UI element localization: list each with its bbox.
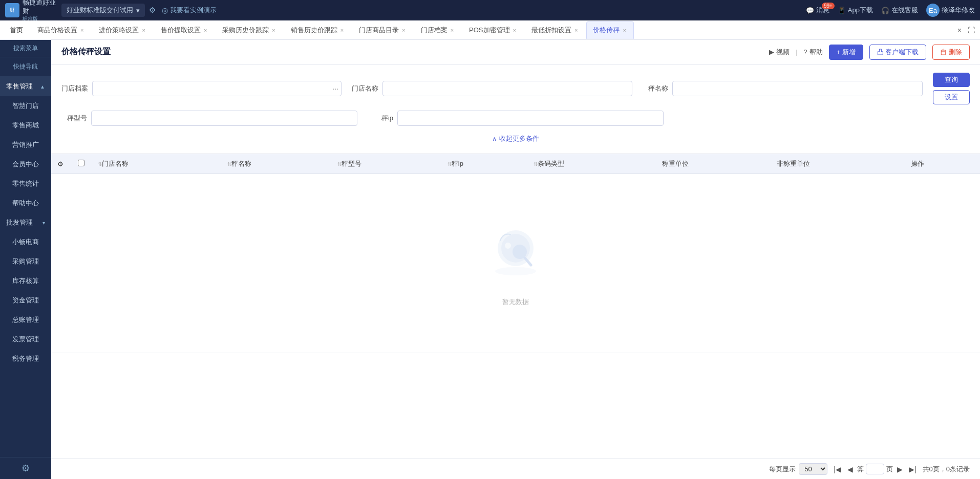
page-nav: |◀ ◀ 算 1 页 ▶ ▶| xyxy=(832,464,918,474)
sort-scale-name-icon[interactable]: ⇅ xyxy=(227,161,231,167)
store-name-label: 门店名称 xyxy=(352,84,378,93)
sort-barcode-icon[interactable]: ⇅ xyxy=(534,161,538,167)
page-unit: 页 xyxy=(886,465,893,474)
scale-name-label: 秤名称 xyxy=(643,84,668,93)
tab-close-store-file[interactable]: × xyxy=(450,27,455,34)
per-page-select[interactable]: 10 20 50 100 xyxy=(799,463,827,475)
tab-purchase-strategy[interactable]: 进价策略设置 × xyxy=(92,21,153,39)
query-btn[interactable]: 查询 xyxy=(933,73,970,87)
chevron-down-icon: ▾ xyxy=(136,7,140,14)
scale-name-input[interactable] xyxy=(672,81,923,96)
more-icon[interactable]: ··· xyxy=(333,84,339,93)
video-link[interactable]: ▶ 视频 xyxy=(769,48,790,57)
online-service-btn[interactable]: 🎧 在线客服 xyxy=(881,6,918,15)
sidebar-item-wholesale[interactable]: 批发管理 ▾ xyxy=(0,213,51,232)
expand-window-btn[interactable]: ⛶ xyxy=(966,26,977,34)
tab-close-sales-history[interactable]: × xyxy=(339,27,345,34)
th-scale-name: ⇅秤名称 xyxy=(220,154,330,174)
sidebar-item-retail-stats[interactable]: 零售统计 xyxy=(0,174,51,193)
store-name-input[interactable] xyxy=(382,81,632,96)
store-file-input[interactable] xyxy=(92,81,342,96)
tab-store-file[interactable]: 门店档案 × xyxy=(414,21,461,39)
tab-sale-price[interactable]: 售价提取设置 × xyxy=(154,21,215,39)
tab-close-price-scale[interactable]: × xyxy=(622,27,627,34)
tab-product-price[interactable]: 商品价格设置 × xyxy=(31,21,91,39)
tab-sales-history[interactable]: 销售历史价跟踪 × xyxy=(284,21,351,39)
settings-filter-btn[interactable]: 设置 xyxy=(933,90,970,104)
sidebar-item-help[interactable]: 帮助中心 xyxy=(0,193,51,213)
tab-close-sale-price[interactable]: × xyxy=(203,27,208,34)
scale-model-label: 秤型号 xyxy=(61,114,87,123)
th-non-weight-unit: 非称重单位 xyxy=(771,154,905,174)
tab-pos-manage[interactable]: POS加密管理 × xyxy=(462,21,524,39)
tab-close-min-discount[interactable]: × xyxy=(573,27,579,34)
user-menu[interactable]: Ea 徐泽华修改 xyxy=(926,4,975,17)
version-select[interactable]: 好业财标准版交付试用 ▾ xyxy=(61,4,145,17)
delete-btn[interactable]: 自 删除 xyxy=(932,45,970,60)
scale-model-input[interactable] xyxy=(91,111,357,126)
collapse-btn[interactable]: ∧ 收起更多条件 xyxy=(61,132,970,145)
tab-min-discount[interactable]: 最低折扣设置 × xyxy=(525,21,585,39)
sidebar-search[interactable]: 搜索菜单 xyxy=(0,40,51,57)
sidebar-item-purchase[interactable]: 采购管理 xyxy=(0,252,51,271)
sidebar-quick-nav[interactable]: 快捷导航 xyxy=(0,57,51,77)
sidebar-item-smart-store[interactable]: 智慧门店 xyxy=(0,96,51,116)
filter-section: 门店档案 ··· 门店名称 秤名称 查询 设置 xyxy=(51,64,980,154)
add-btn[interactable]: + 新增 xyxy=(829,45,863,60)
tab-purchase-history[interactable]: 采购历史价跟踪 × xyxy=(216,21,283,39)
tab-store-catalog[interactable]: 门店商品目录 × xyxy=(352,21,413,39)
tab-close-product-price[interactable]: × xyxy=(79,27,84,34)
avatar: Ea xyxy=(926,4,940,17)
sidebar-item-inventory[interactable]: 库存核算 xyxy=(0,271,51,291)
search-menu-label[interactable]: 搜索菜单 xyxy=(13,45,38,52)
settings-btn[interactable]: ⚙ xyxy=(149,6,156,15)
sidebar-item-finance[interactable]: 资金管理 xyxy=(0,291,51,310)
messages-btn[interactable]: 💬 消息 99+ xyxy=(806,6,829,15)
th-settings[interactable]: ⚙ xyxy=(51,154,72,174)
sidebar-item-tax[interactable]: 税务管理 xyxy=(0,349,51,368)
tab-close-purchase-history[interactable]: × xyxy=(271,27,276,34)
tab-price-scale[interactable]: 价格传秤 × xyxy=(586,21,633,39)
sort-scale-model-icon[interactable]: ⇅ xyxy=(337,161,342,167)
page-actions: ▶ 视频 | ? 帮助 + 新增 凸 客户端下载 自 删除 xyxy=(769,45,970,60)
scale-ip-input[interactable] xyxy=(397,111,664,126)
sidebar-settings-icon[interactable]: ⚙ xyxy=(22,463,30,473)
filter-scale-ip: 秤ip xyxy=(368,111,664,126)
select-all-checkbox[interactable] xyxy=(78,160,84,166)
tab-home[interactable]: 首页 xyxy=(3,21,30,39)
page-info: 共0页，0条记录 xyxy=(923,465,970,474)
tab-close-purchase-strategy[interactable]: × xyxy=(141,27,146,34)
sidebar-item-marketing[interactable]: 营销推广 xyxy=(0,135,51,155)
filter-scale-name: 秤名称 xyxy=(643,81,923,96)
tab-close-pos-manage[interactable]: × xyxy=(512,27,517,34)
next-page-btn[interactable]: ▶ xyxy=(895,464,905,474)
sidebar-item-retail[interactable]: 零售管理 ▲ xyxy=(0,77,51,96)
demo-btn[interactable]: ◎ 我要看实例演示 xyxy=(162,6,217,15)
download-btn[interactable]: 凸 客户端下载 xyxy=(869,45,927,60)
sidebar-item-member[interactable]: 会员中心 xyxy=(0,155,51,174)
chevron-up-icon: ∧ xyxy=(492,135,497,143)
sidebar-item-general-ledger[interactable]: 总账管理 xyxy=(0,310,51,330)
tab-close-store-catalog[interactable]: × xyxy=(401,27,406,34)
prev-page-btn[interactable]: ◀ xyxy=(845,464,855,474)
page-input[interactable]: 1 xyxy=(866,464,884,474)
sidebar-bottom: ⚙ xyxy=(0,457,51,479)
last-page-btn[interactable]: ▶| xyxy=(907,464,919,474)
sidebar-item-invoice[interactable]: 发票管理 xyxy=(0,330,51,349)
quick-nav-label: 快捷导航 xyxy=(0,59,51,74)
content-area: 搜索菜单 快捷导航 零售管理 ▲ 智慧门店 零售商城 营销推广 会员中心 零售统… xyxy=(0,40,980,479)
help-icon: ? xyxy=(803,48,807,56)
close-window-btn[interactable]: × xyxy=(955,26,964,34)
sidebar-item-xiao-chang[interactable]: 小畅电商 xyxy=(0,232,51,252)
tab-bar: 首页 商品价格设置 × 进价策略设置 × 售价提取设置 × 采购历史价跟踪 × … xyxy=(0,20,980,40)
app-download-btn[interactable]: 📱 App下载 xyxy=(838,6,873,15)
store-file-input-wrapper: ··· xyxy=(92,81,342,96)
help-link[interactable]: ? 帮助 xyxy=(803,48,822,57)
page-label: 算 xyxy=(857,465,864,474)
sidebar-item-retail-mall[interactable]: 零售商城 xyxy=(0,116,51,135)
sort-store-name-icon[interactable]: ⇅ xyxy=(98,161,102,167)
first-page-btn[interactable]: |◀ xyxy=(832,464,843,474)
empty-text: 暂无数据 xyxy=(502,297,529,307)
sort-scale-ip-icon[interactable]: ⇅ xyxy=(448,161,452,167)
svg-point-5 xyxy=(505,243,511,249)
